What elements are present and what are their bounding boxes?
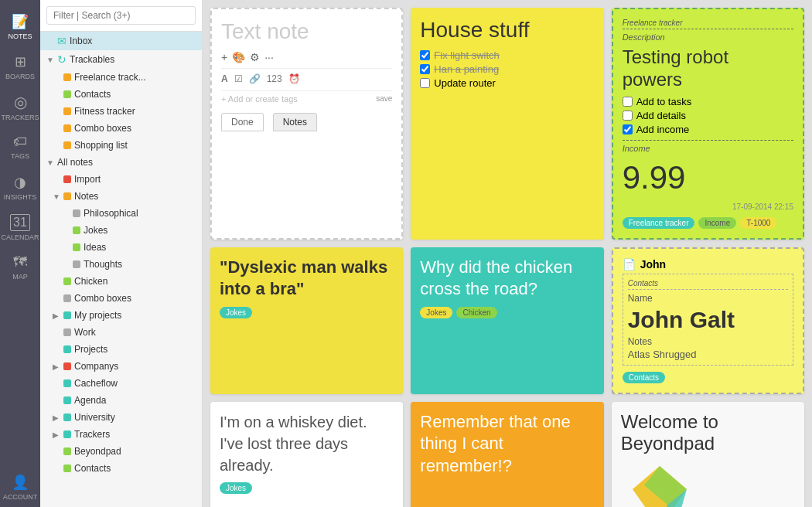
- main-content: Text note + 🎨 ⚙ ··· A ☑ 🔗 123 ⏰ + Add or…: [203, 0, 812, 507]
- note-quote: "Dyslexic man walks into a bra" Jokes: [210, 247, 403, 394]
- sidebar-item-projects[interactable]: Projects: [40, 341, 202, 358]
- bottom-tabs: Done Notes: [221, 113, 392, 131]
- tag-jokes2[interactable]: Jokes: [420, 307, 452, 318]
- action-item: Add details: [623, 110, 793, 121]
- sidebar-item-beyondpad[interactable]: Beyondpad: [40, 443, 202, 460]
- action-item: Add income: [623, 124, 793, 135]
- link-icon[interactable]: 🔗: [249, 73, 261, 84]
- freelance-tags: Freelance tracker Income T-1000: [623, 217, 793, 229]
- search-input[interactable]: [46, 6, 196, 25]
- chicken-title: Why did the chicken cross the road?: [420, 257, 594, 301]
- nav-tags[interactable]: 🏷 TAGS: [0, 127, 40, 167]
- checklist-item: Han a painting: [420, 63, 594, 75]
- sidebar-note-ideas[interactable]: Ideas: [40, 239, 202, 256]
- sidebar-item-trackables[interactable]: ▼ ↻ Trackables: [40, 50, 202, 69]
- nav-trackers[interactable]: ◎ TRACKERS: [0, 87, 40, 127]
- sidebar-item-notes-group[interactable]: ▼ Notes: [40, 188, 202, 205]
- john-name-header: John: [640, 258, 666, 271]
- trackable-dot: [63, 124, 71, 132]
- sidebar-trackable-contacts[interactable]: Contacts: [40, 86, 202, 103]
- house-stuff-title: House stuff: [420, 17, 594, 43]
- font-icon[interactable]: A: [221, 73, 228, 84]
- sidebar-item-work[interactable]: Work: [40, 324, 202, 341]
- sidebar-note-philosophical[interactable]: Philosophical: [40, 205, 202, 222]
- save-button[interactable]: save: [376, 94, 392, 103]
- tag-jokes[interactable]: Jokes: [220, 307, 252, 318]
- tag-contacts[interactable]: Contacts: [623, 372, 665, 383]
- nav-sidebar: 📝 NOTES ⊞ BOARDS ◎ TRACKERS 🏷 TAGS ◑ INS…: [0, 0, 40, 507]
- sidebar-note-jokes[interactable]: Jokes: [40, 222, 202, 239]
- sidebar-item-contacts-bottom[interactable]: Contacts: [40, 460, 202, 477]
- freelance-title: Testing robot powers: [623, 46, 793, 91]
- tag-jokes3[interactable]: Jokes: [220, 482, 252, 494]
- trackable-dot: [63, 73, 71, 81]
- action-item: Add to tasks: [623, 96, 793, 107]
- more-icon[interactable]: ···: [264, 51, 274, 63]
- notes-label: Notes: [628, 336, 788, 347]
- nav-calendar[interactable]: 31 CALENDAR: [0, 207, 40, 247]
- sidebar-trackable-shopping[interactable]: Shopping list: [40, 137, 202, 154]
- calendar-icon: 31: [10, 214, 30, 231]
- income-label: Income: [623, 140, 793, 153]
- note-john: 📄 John Contacts Name John Galt Notes Atl…: [612, 247, 804, 394]
- quote-title: "Dyslexic man walks into a bra": [220, 257, 394, 301]
- account-icon: 👤: [12, 474, 29, 491]
- sidebar-trackable-fitness[interactable]: Fitness tracker: [40, 103, 202, 120]
- tag-income[interactable]: Income: [698, 217, 736, 229]
- jokes-dot: [73, 226, 80, 234]
- sidebar-item-cacheflow[interactable]: Cacheflow: [40, 375, 202, 392]
- trackable-dot: [63, 107, 71, 115]
- note-whiskey: I'm on a whiskey diet. I've lost three d…: [210, 402, 403, 507]
- tab-notes[interactable]: Notes: [273, 113, 317, 131]
- sidebar-trackable-freelance[interactable]: Freelance track...: [40, 69, 202, 86]
- add-icon[interactable]: +: [221, 51, 227, 63]
- sidebar-item-comboboxes[interactable]: Combo boxes: [40, 290, 202, 307]
- format-bar: A ☑ 🔗 123 ⏰: [221, 68, 392, 84]
- tab-done[interactable]: Done: [221, 113, 264, 131]
- sidebar-note-thoughts[interactable]: Thoughts: [40, 256, 202, 273]
- nav-boards[interactable]: ⊞ BOARDS: [0, 46, 40, 87]
- sidebar-item-university[interactable]: ▶ University: [40, 409, 202, 426]
- trackable-dot: [63, 90, 71, 98]
- notes-icon: 📝: [12, 13, 29, 30]
- boards-icon: ⊞: [15, 53, 26, 70]
- sidebar-item-import[interactable]: Import: [40, 171, 202, 188]
- number-icon[interactable]: 123: [267, 73, 282, 84]
- freelance-timestamp: 17-09-2014 22:15: [623, 202, 793, 211]
- note-welcome: Welcome to Beyondpad: [612, 402, 804, 507]
- checklist-item: Fix light switch: [420, 49, 594, 61]
- sidebar-item-companys[interactable]: ▶ Companys: [40, 358, 202, 375]
- tag-t1000[interactable]: T-1000: [740, 217, 776, 229]
- john-notes-val: Atlas Shrugged: [628, 349, 788, 360]
- sidebar-item-myprojects[interactable]: ▶ My projects: [40, 307, 202, 324]
- insights-icon: ◑: [14, 174, 26, 191]
- tag-chicken[interactable]: Chicken: [456, 307, 496, 318]
- tag-freelance[interactable]: Freelance tracker: [623, 217, 695, 229]
- nav-map[interactable]: 🗺 MAP: [0, 247, 40, 288]
- income-value: 9.99: [623, 159, 793, 196]
- sidebar-item-inbox[interactable]: ✉ Inbox: [40, 32, 202, 50]
- sidebar-item-trackers[interactable]: ▶ Trackers: [40, 426, 202, 443]
- nav-account[interactable]: 👤 ACCOUNT: [0, 467, 40, 507]
- check-icon[interactable]: ☑: [234, 73, 243, 84]
- welcome-logo: [621, 462, 795, 507]
- notes-grid: Text note + 🎨 ⚙ ··· A ☑ 🔗 123 ⏰ + Add or…: [203, 0, 812, 507]
- add-tags[interactable]: + Add or create tags save: [221, 90, 392, 107]
- clock-icon[interactable]: ⏰: [288, 73, 300, 84]
- contacts-label: Contacts: [628, 279, 788, 290]
- trackables-icon: ↻: [57, 53, 67, 66]
- palette-icon[interactable]: 🎨: [232, 51, 245, 63]
- map-icon: 🗺: [13, 254, 27, 271]
- freelance-subtitle: Description: [623, 32, 793, 42]
- sidebar-item-chicken[interactable]: Chicken: [40, 273, 202, 290]
- nav-notes[interactable]: 📝 NOTES: [0, 6, 40, 46]
- quote-tags: Jokes: [220, 307, 394, 318]
- gear-icon[interactable]: ⚙: [250, 51, 260, 63]
- sidebar-trackable-combo[interactable]: Combo boxes: [40, 120, 202, 137]
- nav-insights[interactable]: ◑ INSIGHTS: [0, 167, 40, 207]
- sidebar-item-allnotes[interactable]: ▼ All notes: [40, 154, 202, 171]
- note-chicken: Why did the chicken cross the road? Joke…: [411, 247, 603, 394]
- freelance-actions: Add to tasks Add details Add income: [623, 96, 793, 135]
- sidebar-item-agenda[interactable]: Agenda: [40, 392, 202, 409]
- tree-sidebar: ✉ Inbox ▼ ↻ Trackables Freelance track..…: [40, 0, 203, 507]
